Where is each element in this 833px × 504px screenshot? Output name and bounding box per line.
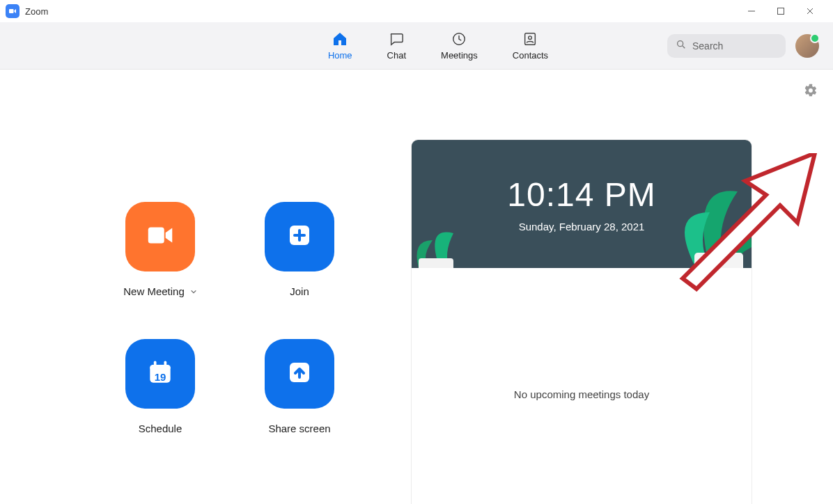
svg-rect-2 (778, 8, 784, 15)
calendar-icon: 19 (145, 357, 176, 391)
content-area: New Meeting Join 19 Schedule (0, 70, 833, 504)
share-arrow-icon (283, 356, 316, 392)
nav-bar: Home Chat Meetings Contacts Search (0, 22, 833, 70)
chat-icon (388, 31, 405, 47)
plus-icon (283, 219, 316, 255)
window-controls (747, 0, 827, 22)
search-placeholder: Search (692, 40, 723, 52)
nav-tab-label: Meetings (441, 50, 478, 61)
join-label: Join (290, 285, 309, 297)
share-screen-label: Share screen (268, 423, 330, 434)
action-join: Join (230, 202, 369, 297)
window-title: Zoom (25, 6, 48, 17)
nav-tab-chat[interactable]: Chat (387, 31, 406, 61)
chevron-down-icon (190, 285, 197, 297)
home-icon (332, 31, 348, 47)
svg-rect-15 (150, 365, 170, 370)
nav-tab-meetings[interactable]: Meetings (441, 31, 478, 61)
nav-tab-label: Chat (387, 50, 406, 61)
svg-line-9 (683, 46, 685, 48)
title-bar: Zoom (0, 0, 833, 22)
svg-rect-16 (154, 361, 157, 368)
video-icon (144, 219, 176, 254)
svg-rect-10 (148, 228, 164, 244)
nav-tab-label: Home (328, 50, 352, 61)
svg-point-8 (678, 41, 683, 47)
plant-decor-icon (647, 171, 752, 268)
minimize-button[interactable] (747, 0, 756, 22)
maximize-button[interactable] (776, 0, 786, 22)
svg-point-7 (529, 36, 532, 40)
actions-grid: New Meeting Join 19 Schedule (91, 202, 383, 434)
new-meeting-button[interactable] (125, 202, 195, 271)
settings-button[interactable] (804, 84, 818, 97)
contacts-icon (522, 31, 538, 47)
plant-decor-icon (412, 212, 495, 268)
join-button[interactable] (265, 202, 334, 271)
action-share-screen: Share screen (230, 339, 369, 434)
action-schedule: 19 Schedule (91, 339, 230, 434)
share-screen-button[interactable] (265, 339, 334, 409)
svg-rect-19 (419, 258, 453, 268)
search-icon (676, 39, 687, 52)
nav-tab-label: Contacts (513, 50, 548, 61)
schedule-label: Schedule (139, 423, 182, 434)
search-input[interactable]: Search (667, 34, 786, 58)
right-panel: 10:14 PM Sunday, February 28, 2021 No up… (411, 139, 752, 504)
close-button[interactable] (805, 0, 815, 22)
clock-icon (451, 31, 467, 47)
avatar[interactable] (795, 34, 819, 58)
action-new-meeting: New Meeting (91, 202, 230, 297)
time-header: 10:14 PM Sunday, February 28, 2021 (412, 140, 752, 268)
nav-tab-home[interactable]: Home (328, 31, 352, 61)
new-meeting-label[interactable]: New Meeting (123, 285, 197, 297)
nav-tab-contacts[interactable]: Contacts (513, 31, 548, 61)
zoom-logo-icon (6, 4, 20, 18)
svg-rect-20 (694, 253, 743, 268)
no-meetings-text: No upcoming meetings today (514, 388, 649, 400)
svg-rect-17 (164, 361, 167, 368)
svg-rect-0 (9, 9, 14, 13)
meetings-area: No upcoming meetings today (412, 268, 752, 504)
clock-date: Sunday, February 28, 2021 (519, 221, 645, 233)
schedule-button[interactable]: 19 (125, 339, 195, 409)
clock-time: 10:14 PM (507, 175, 655, 214)
